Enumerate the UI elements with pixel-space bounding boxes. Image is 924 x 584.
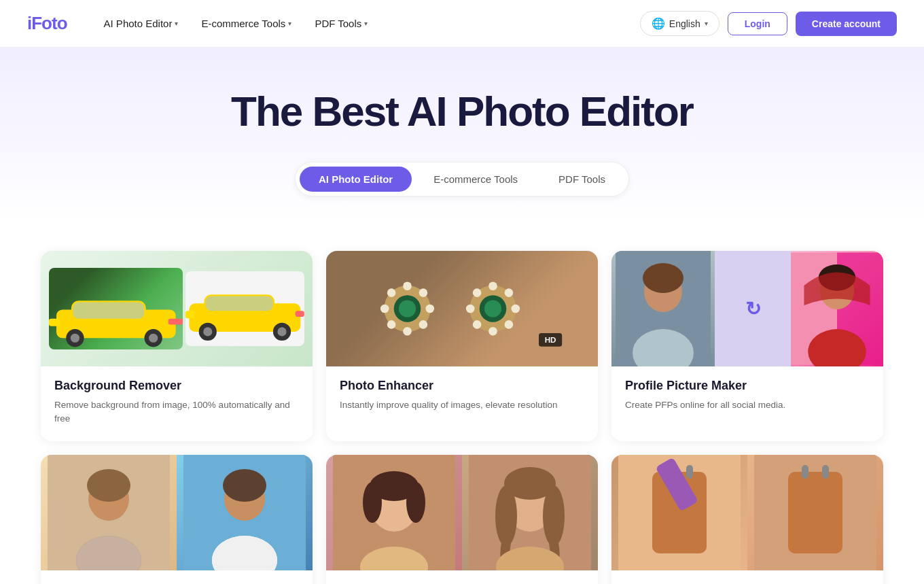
card-image-cleanup	[611, 455, 883, 570]
svg-point-33	[488, 327, 497, 336]
card-desc-photo-enhancer: Instantly improve quality of images, ele…	[340, 398, 584, 412]
hairstyle-right-svg	[462, 455, 598, 570]
svg-rect-11	[206, 296, 273, 311]
svg-point-35	[511, 305, 520, 313]
card-background-remover[interactable]: Background Remover Remove background fro…	[41, 251, 313, 441]
card-desc-profile: Create PFPs online for all social media.	[625, 398, 870, 412]
card-image-photo-enhancer: HD	[326, 251, 598, 366]
card-image-profile: ↻	[611, 251, 883, 366]
card-body-hairstyle: AI Hairstyle Try different hairstyles vi…	[326, 570, 598, 584]
tab-pdf-tools[interactable]: PDF Tools	[539, 167, 624, 192]
nav-pdf-tools-label: PDF Tools	[315, 18, 361, 29]
photo-enhancer-svg: HD	[349, 266, 575, 351]
card-body-profile: Profile Picture Maker Create PFPs online…	[611, 366, 883, 427]
svg-point-13	[204, 327, 213, 336]
navbar: iFoto AI Photo Editor ▾ E-commerce Tools…	[0, 0, 924, 48]
svg-rect-16	[185, 311, 194, 318]
svg-point-4	[71, 334, 79, 343]
card-passport-photo[interactable]: Passport Photo Maker Create passport pho…	[41, 455, 313, 584]
nav-links: AI Photo Editor ▾ E-commerce Tools ▾ PDF…	[94, 12, 640, 35]
profile-right	[791, 251, 883, 366]
card-body-passport: Passport Photo Maker Create passport pho…	[41, 570, 313, 584]
hairstyle-left-svg	[326, 455, 462, 570]
hairstyle-left	[326, 455, 462, 570]
svg-point-39	[504, 320, 513, 329]
svg-rect-76	[686, 465, 693, 479]
svg-text:HD: HD	[544, 336, 556, 345]
svg-point-26	[419, 288, 427, 297]
svg-point-25	[387, 288, 395, 297]
card-image-hairstyle	[326, 455, 598, 570]
svg-point-27	[387, 320, 395, 329]
svg-point-45	[643, 263, 683, 293]
cleanup-right	[747, 455, 883, 570]
cards-grid-row1: Background Remover Remove background fro…	[41, 251, 883, 441]
nav-ai-photo-editor[interactable]: AI Photo Editor ▾	[94, 12, 188, 35]
svg-point-54	[87, 469, 130, 502]
create-account-button[interactable]: Create account	[796, 12, 897, 36]
nav-ecommerce-tools-label: E-commerce Tools	[201, 18, 285, 29]
cards-grid-row2: Passport Photo Maker Create passport pho…	[41, 455, 883, 584]
cleanup-left-svg	[611, 455, 747, 570]
svg-point-64	[363, 482, 382, 523]
profile-right-svg	[791, 251, 883, 366]
card-photo-enhancer[interactable]: HD Photo Enhancer Instantly improve qual…	[326, 251, 598, 441]
svg-rect-7	[49, 319, 60, 326]
passport-right	[177, 455, 313, 570]
nav-ecommerce-tools[interactable]: E-commerce Tools ▾	[192, 12, 301, 35]
car-svg-right	[185, 283, 304, 347]
svg-point-24	[425, 305, 434, 313]
card-image-passport	[41, 455, 313, 570]
svg-rect-79	[788, 472, 842, 553]
car-svg-left	[49, 292, 183, 349]
login-button[interactable]: Login	[728, 12, 787, 35]
cards-section: Background Remover Remove background fro…	[0, 224, 924, 584]
chevron-down-icon: ▾	[364, 20, 368, 27]
card-title-photo-enhancer: Photo Enhancer	[340, 379, 584, 393]
chevron-down-icon: ▾	[705, 20, 708, 27]
svg-point-37	[504, 288, 513, 297]
passport-left	[41, 455, 177, 570]
svg-point-20	[398, 300, 415, 317]
chevron-down-icon: ▾	[288, 20, 291, 27]
card-cleanup-pictures[interactable]: Cleanup Pictures Remove unwanted objects…	[611, 455, 883, 584]
svg-point-22	[403, 327, 412, 336]
svg-point-36	[472, 288, 481, 297]
card-body-bg-remover: Background Remover Remove background fro…	[41, 366, 313, 441]
hairstyle-right	[462, 455, 598, 570]
svg-point-21	[403, 282, 412, 291]
card-title-profile: Profile Picture Maker	[625, 379, 870, 393]
card-title-bg-remover: Background Remover	[54, 379, 299, 393]
card-desc-bg-remover: Remove background from image, 100% autom…	[54, 398, 299, 426]
svg-point-32	[488, 282, 497, 291]
svg-point-70	[495, 485, 517, 547]
hero-title: The Best AI Photo Editor	[27, 88, 897, 135]
logo[interactable]: iFoto	[27, 13, 67, 34]
card-ai-hairstyle[interactable]: AI Hairstyle Try different hairstyles vi…	[326, 455, 598, 584]
cleanup-left	[611, 455, 747, 570]
nav-pdf-tools[interactable]: PDF Tools ▾	[305, 12, 377, 35]
nav-right: 🌐 English ▾ Login Create account	[640, 11, 897, 36]
svg-point-34	[465, 305, 474, 313]
tab-ecommerce-tools[interactable]: E-commerce Tools	[414, 167, 537, 192]
tab-ai-photo-editor[interactable]: AI Photo Editor	[300, 167, 412, 192]
svg-rect-80	[802, 465, 808, 479]
chevron-down-icon: ▾	[175, 20, 178, 27]
hero-section: The Best AI Photo Editor AI Photo Editor…	[0, 48, 924, 224]
card-body-cleanup: Cleanup Pictures Remove unwanted objects…	[611, 570, 883, 584]
passport-left-svg	[41, 455, 177, 570]
card-body-photo-enhancer: Photo Enhancer Instantly improve quality…	[326, 366, 598, 427]
svg-point-6	[149, 334, 158, 343]
svg-rect-81	[822, 465, 829, 479]
car-left	[49, 268, 183, 349]
tab-group: AI Photo Editor E-commerce Tools PDF Too…	[295, 162, 629, 196]
svg-rect-2	[73, 303, 144, 319]
globe-icon: 🌐	[652, 17, 665, 30]
language-selector[interactable]: 🌐 English ▾	[640, 11, 719, 36]
svg-point-15	[278, 327, 287, 336]
card-profile-picture[interactable]: ↻ Profile Picture Maker	[611, 251, 883, 441]
cleanup-right-svg	[747, 455, 883, 570]
svg-point-38	[472, 320, 481, 329]
passport-right-svg	[177, 455, 313, 570]
profile-left-svg	[611, 251, 715, 366]
